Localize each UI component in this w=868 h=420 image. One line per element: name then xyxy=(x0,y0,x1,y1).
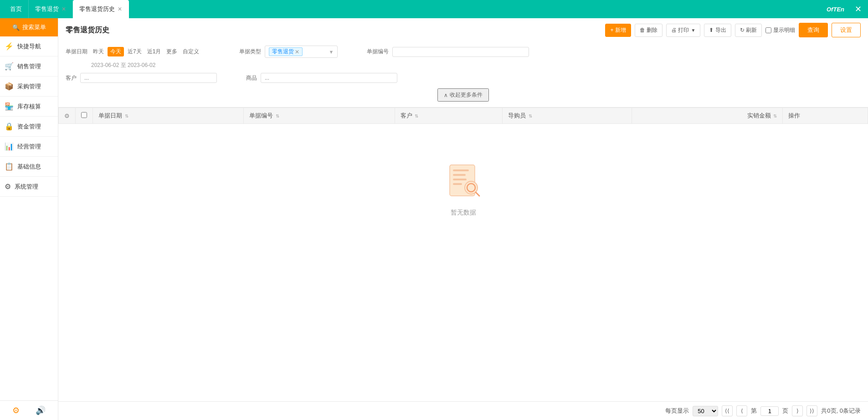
svg-rect-4 xyxy=(453,183,462,185)
sales-icon: 🛒 xyxy=(5,62,14,71)
top-bar: 首页 零售退货 ✕ 零售退货历史 ✕ OfTEn ✕ xyxy=(0,0,868,18)
sidebar-item-sys-mgmt[interactable]: ⚙ 系统管理 xyxy=(0,177,58,197)
select-all-checkbox[interactable] xyxy=(81,112,87,118)
sidebar-item-purchase-mgmt[interactable]: 📦 采购管理 xyxy=(0,77,58,97)
show-detail-checkbox[interactable]: 显示明细 xyxy=(765,26,795,34)
page-num-input[interactable] xyxy=(760,406,779,416)
doc-type-label: 单据类型 xyxy=(239,48,261,56)
page-prev-button[interactable]: ⟨ xyxy=(736,405,747,416)
topbar-right: OfTEn xyxy=(827,6,852,13)
goods-filter: 商品 xyxy=(246,73,397,83)
filter-row-1: 单据日期 昨天 今天 近7天 近1月 更多 自定义 单据类型 xyxy=(66,46,861,58)
total-text: 共0页, 0条记录 xyxy=(821,407,861,415)
tab-retail-return-history[interactable]: 零售退货历史 ✕ xyxy=(73,0,129,18)
empty-icon xyxy=(443,160,484,201)
shortcut-more[interactable]: 更多 xyxy=(164,47,179,56)
page-next-button[interactable]: ⟩ xyxy=(792,405,803,416)
doc-num-label: 单据编号 xyxy=(367,48,389,56)
chevron-down-icon: ▼ xyxy=(691,28,695,33)
page-size-label: 每页显示 xyxy=(665,407,689,415)
th-action: 操作 xyxy=(783,108,868,124)
doc-num-input[interactable] xyxy=(392,47,529,57)
sort-icon-doc-date: ⇅ xyxy=(125,113,128,118)
doc-type-select[interactable]: 零售退货 ✕ ▼ xyxy=(265,46,338,58)
th-doc-date[interactable]: 单据日期 ⇅ xyxy=(93,108,244,124)
sidebar-item-finance-mgmt[interactable]: 🔒 资金管理 xyxy=(0,117,58,137)
svg-line-7 xyxy=(476,192,479,196)
collapse-row: ∧ 收起更多条件 xyxy=(66,87,861,103)
shortcut-last7[interactable]: 近7天 xyxy=(126,47,144,56)
sidebar-audio-button[interactable]: 🔊 xyxy=(36,405,46,415)
settings-button[interactable]: 设置 xyxy=(832,23,861,37)
doc-type-tag-remove[interactable]: ✕ xyxy=(295,49,299,55)
date-shortcuts: 昨天 今天 近7天 近1月 更多 自定义 xyxy=(91,47,201,56)
shortcut-yesterday[interactable]: 昨天 xyxy=(91,47,106,56)
page-first-button[interactable]: ⟨⟨ xyxy=(722,405,733,416)
date-range-text: 2023-06-02 至 2023-06-02 xyxy=(91,61,155,69)
doc-type-tag: 零售退货 ✕ xyxy=(269,47,303,56)
sort-icon-guide: ⇅ xyxy=(529,113,532,118)
sidebar-settings-button[interactable]: ⚙ xyxy=(12,405,20,415)
th-guide[interactable]: 导购员 ⇅ xyxy=(503,108,632,124)
chevron-up-icon: ∧ xyxy=(444,92,448,98)
collapse-button[interactable]: ∧ 收起更多条件 xyxy=(437,88,489,102)
th-doc-num[interactable]: 单据编号 ⇅ xyxy=(244,108,395,124)
th-actual-amount[interactable]: 实销金额 ⇅ xyxy=(632,108,783,124)
sidebar-search-button[interactable]: 🔍 搜索菜单 xyxy=(0,18,58,36)
page-size-select[interactable]: 50 10 20 100 xyxy=(693,406,718,416)
main-layout: 🔍 搜索菜单 ⚡ 快捷导航 🛒 销售管理 📦 采购管理 🏪 库存核算 🔒 资金管… xyxy=(0,18,868,420)
th-settings: ⚙ xyxy=(59,108,76,124)
table-header-row: ⚙ 单据日期 ⇅ 单据编号 ⇅ xyxy=(59,108,868,124)
export-button[interactable]: ⬆ 导出 xyxy=(704,24,731,37)
customer-filter: 客户 xyxy=(66,73,217,83)
sidebar: 🔍 搜索菜单 ⚡ 快捷导航 🛒 销售管理 📦 采购管理 🏪 库存核算 🔒 资金管… xyxy=(0,18,58,420)
shortcut-last1m[interactable]: 近1月 xyxy=(145,47,163,56)
th-customer[interactable]: 客户 ⇅ xyxy=(395,108,502,124)
svg-rect-2 xyxy=(453,174,466,176)
print-button[interactable]: 🖨 打印 ▼ xyxy=(666,24,700,37)
doc-type-filter: 单据类型 零售退货 ✕ ▼ xyxy=(239,46,338,58)
sidebar-item-base-info[interactable]: 📋 基础信息 xyxy=(0,157,58,177)
page-last-button[interactable]: ⟩⟩ xyxy=(806,405,817,416)
filter-row-2: 客户 商品 xyxy=(66,73,861,83)
window-close-button[interactable]: ✕ xyxy=(852,3,864,15)
toolbar: + 新增 🗑 删除 🖨 打印 ▼ ⬆ 导出 ↻ 刷新 xyxy=(605,23,861,37)
doc-type-dropdown-icon: ▼ xyxy=(329,49,334,55)
tab-retail-return-history-close[interactable]: ✕ xyxy=(118,6,122,12)
ops-icon: 📊 xyxy=(5,142,14,151)
sidebar-item-quick-nav[interactable]: ⚡ 快捷导航 xyxy=(0,36,58,56)
sort-icon-actual-amount: ⇅ xyxy=(773,113,777,118)
base-info-icon: 📋 xyxy=(5,162,14,171)
page-title-row: 零售退货历史 + 新增 🗑 删除 🖨 打印 ▼ ⬆ 导出 xyxy=(66,23,861,37)
refresh-button[interactable]: ↻ 刷新 xyxy=(735,24,762,37)
sidebar-item-inventory[interactable]: 🏪 库存核算 xyxy=(0,97,58,117)
sidebar-bottom: ⚙ 🔊 xyxy=(0,400,58,420)
sidebar-item-ops-mgmt[interactable]: 📊 经营管理 xyxy=(0,137,58,157)
finance-icon: 🔒 xyxy=(5,122,14,131)
customer-input[interactable] xyxy=(80,73,217,83)
delete-button[interactable]: 🗑 删除 xyxy=(635,24,663,37)
date-filter: 单据日期 昨天 今天 近7天 近1月 更多 自定义 xyxy=(66,47,201,56)
date-range-row: 2023-06-02 至 2023-06-02 xyxy=(66,61,861,69)
add-button[interactable]: + 新增 xyxy=(605,24,631,37)
table-area: ⚙ 单据日期 ⇅ 单据编号 ⇅ xyxy=(58,108,868,401)
show-detail-input[interactable] xyxy=(765,27,771,33)
sidebar-item-sales-mgmt[interactable]: 🛒 销售管理 xyxy=(0,56,58,77)
page-suffix: 页 xyxy=(782,407,788,415)
tab-retail-return-close[interactable]: ✕ xyxy=(62,6,66,12)
shortcut-today[interactable]: 今天 xyxy=(108,47,124,56)
customer-label: 客户 xyxy=(66,74,77,82)
th-checkbox xyxy=(76,108,93,124)
tab-retail-return[interactable]: 零售退货 ✕ xyxy=(29,0,73,18)
empty-state: 暂无数据 xyxy=(59,124,868,253)
tab-home[interactable]: 首页 xyxy=(4,0,29,18)
often-badge: OfTEn xyxy=(827,6,844,13)
purchase-icon: 📦 xyxy=(5,82,14,91)
shortcut-custom[interactable]: 自定义 xyxy=(181,47,201,56)
goods-input[interactable] xyxy=(261,73,397,83)
page-title: 零售退货历史 xyxy=(66,26,109,35)
table-settings-icon[interactable]: ⚙ xyxy=(64,113,70,119)
doc-num-filter: 单据编号 xyxy=(367,47,529,57)
sys-icon: ⚙ xyxy=(5,182,11,191)
query-button[interactable]: 查询 xyxy=(799,23,828,37)
